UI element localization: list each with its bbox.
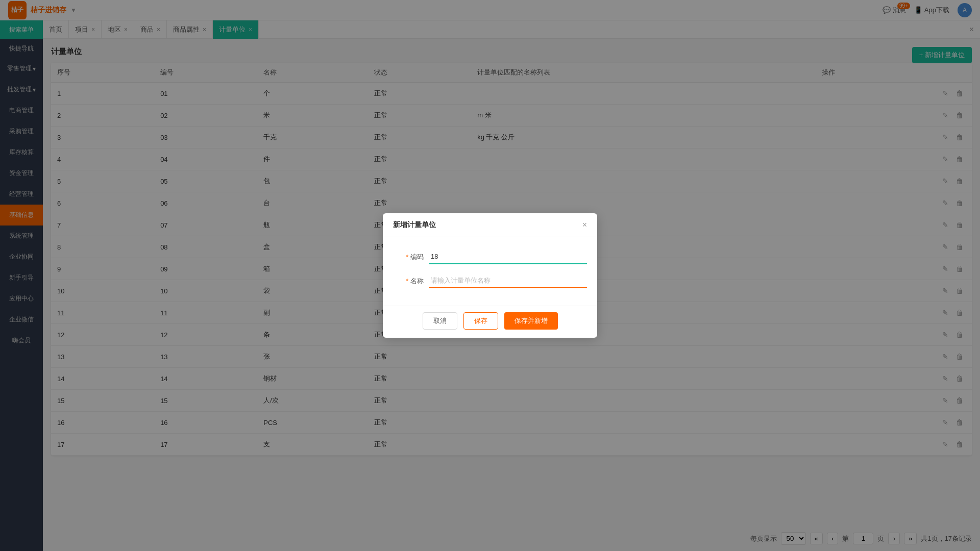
form-row-name: 名称 — [393, 273, 587, 288]
modal-header: 新增计量单位 × — [383, 213, 597, 237]
modal-title: 新增计量单位 — [393, 220, 436, 230]
add-unit-modal: 新增计量单位 × 编码 名称 取消 保存 保存并新增 — [383, 213, 597, 338]
code-label: 编码 — [393, 253, 424, 262]
save-new-button[interactable]: 保存并新增 — [504, 312, 558, 330]
code-input[interactable] — [429, 249, 587, 264]
modal-overlay[interactable]: 新增计量单位 × 编码 名称 取消 保存 保存并新增 — [0, 0, 980, 551]
modal-body: 编码 名称 — [383, 237, 597, 306]
cancel-button[interactable]: 取消 — [423, 312, 457, 330]
save-button[interactable]: 保存 — [463, 312, 498, 330]
name-label: 名称 — [393, 277, 424, 286]
name-input[interactable] — [429, 273, 587, 288]
form-row-code: 编码 — [393, 249, 587, 264]
modal-close-button[interactable]: × — [582, 220, 587, 230]
modal-footer: 取消 保存 保存并新增 — [383, 306, 597, 338]
